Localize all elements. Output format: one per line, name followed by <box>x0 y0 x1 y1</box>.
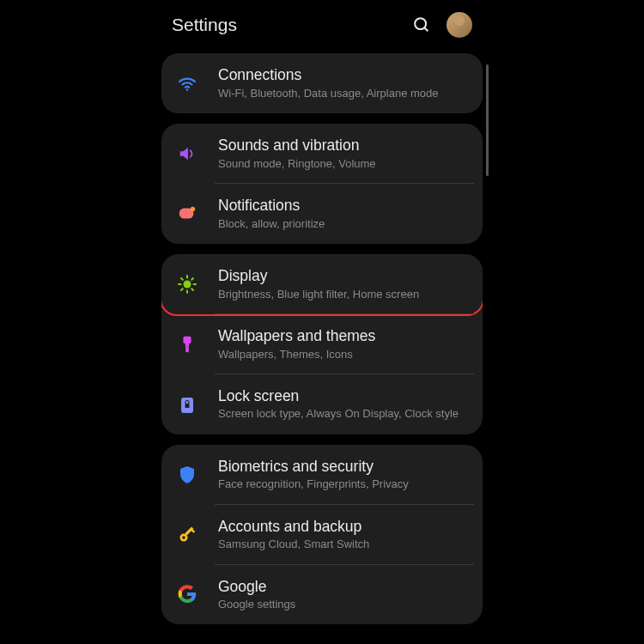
item-text: Wallpapers and themes Wallpapers, Themes… <box>218 326 471 362</box>
brightness-icon <box>175 272 199 296</box>
item-title: Wallpapers and themes <box>218 326 471 346</box>
svg-rect-15 <box>185 343 190 347</box>
wifi-icon <box>175 71 199 95</box>
item-text: Display Brightness, Blue light filter, H… <box>218 266 471 302</box>
item-text: Accounts and backup Samsung Cloud, Smart… <box>218 517 471 553</box>
settings-screen: Settings <box>155 0 489 644</box>
settings-group: Sounds and vibration Sound mode, Rington… <box>161 124 483 244</box>
settings-item-lockscreen[interactable]: Lock screen Screen lock type, Always On … <box>161 374 483 434</box>
header: Settings <box>155 0 489 53</box>
key-icon <box>175 523 199 547</box>
settings-group: Connections Wi-Fi, Bluetooth, Data usage… <box>161 53 483 113</box>
svg-point-0 <box>415 18 426 29</box>
svg-line-12 <box>181 289 183 290</box>
item-text: Lock screen Screen lock type, Always On … <box>218 386 471 422</box>
item-subtitle: Brightness, Blue light filter, Home scre… <box>218 287 471 302</box>
svg-line-11 <box>191 289 193 290</box>
item-title: Notifications <box>218 196 471 216</box>
svg-rect-17 <box>185 404 190 408</box>
speaker-icon <box>175 142 199 166</box>
item-subtitle: Screen lock type, Always On Display, Clo… <box>218 406 471 422</box>
item-subtitle: Block, allow, prioritize <box>218 216 471 232</box>
svg-point-5 <box>184 280 191 288</box>
item-text: Connections Wi-Fi, Bluetooth, Data usage… <box>218 65 471 101</box>
item-subtitle: Wi-Fi, Bluetooth, Data usage, Airplane m… <box>218 86 471 101</box>
svg-point-2 <box>186 88 189 91</box>
google-icon <box>175 582 199 606</box>
item-text: Biometrics and security Face recognition… <box>218 457 471 493</box>
notifications-icon <box>175 202 199 226</box>
item-title: Connections <box>218 65 471 85</box>
item-text: Google Google settings <box>218 577 471 613</box>
settings-list: Connections Wi-Fi, Bluetooth, Data usage… <box>155 53 489 624</box>
settings-item-notifications[interactable]: Notifications Block, allow, prioritize <box>161 184 483 244</box>
svg-line-13 <box>191 278 193 280</box>
item-subtitle: Face recognition, Fingerprints, Privacy <box>218 477 471 492</box>
settings-item-display[interactable]: Display Brightness, Blue light filter, H… <box>161 254 483 316</box>
item-text: Notifications Block, allow, prioritize <box>218 196 471 232</box>
item-text: Sounds and vibration Sound mode, Rington… <box>218 136 471 172</box>
settings-item-google[interactable]: Google Google settings <box>161 565 483 625</box>
profile-avatar[interactable] <box>447 12 472 38</box>
svg-point-19 <box>182 536 185 539</box>
svg-line-10 <box>181 278 183 280</box>
lock-icon <box>175 392 199 416</box>
shield-icon <box>175 463 199 487</box>
item-title: Sounds and vibration <box>218 136 471 155</box>
item-subtitle: Wallpapers, Themes, Icons <box>218 347 471 362</box>
header-actions <box>412 12 472 38</box>
scrollbar[interactable] <box>486 64 489 176</box>
page-title: Settings <box>172 15 237 35</box>
item-title: Lock screen <box>218 386 471 406</box>
search-icon[interactable] <box>412 15 431 34</box>
item-title: Biometrics and security <box>218 457 471 477</box>
brush-icon <box>175 332 199 356</box>
item-title: Google <box>218 577 471 597</box>
item-subtitle: Sound mode, Ringtone, Volume <box>218 156 471 172</box>
settings-item-biometrics[interactable]: Biometrics and security Face recognition… <box>161 445 483 505</box>
item-title: Display <box>218 266 471 286</box>
item-title: Accounts and backup <box>218 517 471 537</box>
settings-item-wallpapers[interactable]: Wallpapers and themes Wallpapers, Themes… <box>161 314 483 374</box>
svg-rect-14 <box>183 337 191 343</box>
settings-item-connections[interactable]: Connections Wi-Fi, Bluetooth, Data usage… <box>161 53 483 113</box>
settings-group: Display Brightness, Blue light filter, H… <box>161 254 483 434</box>
settings-item-sounds[interactable]: Sounds and vibration Sound mode, Rington… <box>161 124 483 184</box>
settings-group: Biometrics and security Face recognition… <box>161 445 483 625</box>
svg-point-4 <box>191 207 196 212</box>
svg-line-1 <box>424 27 428 31</box>
item-subtitle: Google settings <box>218 597 471 612</box>
item-subtitle: Samsung Cloud, Smart Switch <box>218 537 471 552</box>
settings-item-accounts[interactable]: Accounts and backup Samsung Cloud, Smart… <box>161 505 483 565</box>
